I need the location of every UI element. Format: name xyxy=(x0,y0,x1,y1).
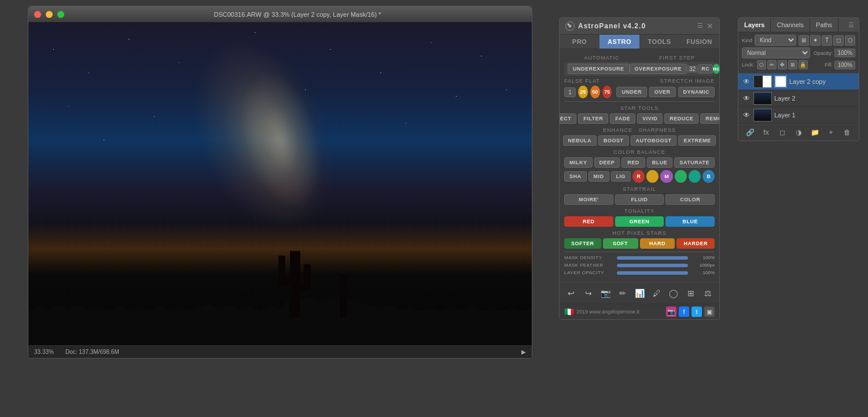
dot-m-btn[interactable]: M xyxy=(660,170,672,183)
dot-r-btn[interactable]: R xyxy=(632,170,645,183)
dot-b-btn[interactable]: B xyxy=(703,170,715,183)
undo-icon[interactable]: ↩ xyxy=(564,286,578,300)
filter-shape-icon[interactable]: ◻ xyxy=(833,35,844,46)
color-trail-btn[interactable]: COLOR xyxy=(665,194,715,205)
mask-density-track[interactable] xyxy=(617,256,688,260)
instagram-icon[interactable]: 📷 xyxy=(666,307,676,317)
camera-icon[interactable]: 📷 xyxy=(598,286,612,300)
red-btn[interactable]: RED xyxy=(621,157,645,168)
adjustment-icon[interactable]: ◑ xyxy=(793,127,804,138)
visibility-icon-1[interactable]: 👁 xyxy=(742,94,751,103)
visibility-icon-2[interactable]: 👁 xyxy=(742,110,751,120)
histogram-icon[interactable]: 📊 xyxy=(632,286,646,300)
filter-btn[interactable]: FILTER xyxy=(578,113,608,124)
lock-artboard-icon[interactable]: ⊞ xyxy=(788,60,797,69)
harder-btn[interactable]: HARDER xyxy=(676,238,715,249)
tab-paths[interactable]: Paths xyxy=(810,18,838,32)
under-btn[interactable]: UNDER xyxy=(616,87,647,97)
underexposure-btn[interactable]: UNDEREXPOSURE xyxy=(568,64,630,74)
mask-feather-track[interactable] xyxy=(617,264,688,267)
tonality-green-btn[interactable]: GREEN xyxy=(615,216,664,227)
fade-btn[interactable]: FADE xyxy=(610,113,635,124)
facebook-icon[interactable]: f xyxy=(679,307,689,317)
extreme-btn[interactable]: EXTREME xyxy=(678,135,716,146)
lock-paint-icon[interactable]: ✏ xyxy=(767,60,777,69)
soft-btn[interactable]: SOFT xyxy=(603,238,638,249)
close-button[interactable] xyxy=(34,11,41,18)
overexposure-btn[interactable]: OVEREXPOSURE xyxy=(630,64,687,74)
new-layer-icon[interactable]: + xyxy=(825,127,837,138)
kind-select[interactable]: Kind xyxy=(755,35,796,46)
layer-item-2[interactable]: 👁 Layer 1 xyxy=(738,107,859,124)
eraser-icon[interactable]: ◯ xyxy=(667,286,681,300)
nebula-btn[interactable]: NEBULA xyxy=(563,135,597,146)
dynamic-btn[interactable]: DYNAMIC xyxy=(678,87,715,97)
tab-fusion[interactable]: FUSION xyxy=(679,35,719,49)
lock-move-icon[interactable]: ✥ xyxy=(778,60,787,69)
vivid-btn[interactable]: VIVID xyxy=(637,113,663,124)
rc-btn[interactable]: RC xyxy=(698,64,713,73)
filter-type-icon[interactable]: T xyxy=(822,35,832,46)
link-icon[interactable]: 🔗 xyxy=(744,127,756,138)
opacity-value[interactable]: 100% xyxy=(834,49,855,57)
layer-item-0[interactable]: 👁 Layer 2 copy xyxy=(738,73,859,90)
ff-circle-orange[interactable]: 50 xyxy=(590,86,600,98)
scale-icon[interactable]: ⚖ xyxy=(701,286,715,300)
sha-btn[interactable]: SHA xyxy=(564,171,587,182)
mode-select[interactable]: Normal xyxy=(742,47,810,58)
twitter-icon[interactable]: t xyxy=(692,307,702,317)
redo-icon[interactable]: ↪ xyxy=(582,286,595,300)
lp-menu[interactable]: ☰ xyxy=(844,19,859,31)
flag-icon: 🇮🇹 xyxy=(564,307,574,316)
over-btn[interactable]: OVER xyxy=(649,87,676,97)
dot-c-btn[interactable] xyxy=(689,170,701,183)
lig-btn[interactable]: LIG xyxy=(611,171,631,182)
saturate-btn[interactable]: SATURATE xyxy=(674,157,715,168)
layer-item-1[interactable]: 👁 Layer 2 xyxy=(738,90,859,107)
boost-btn[interactable]: BOOST xyxy=(598,135,629,146)
minimize-button[interactable] xyxy=(46,11,53,18)
lock-transparent-icon[interactable]: ⬡ xyxy=(757,60,766,69)
hard-btn[interactable]: HARD xyxy=(640,238,675,249)
select-btn[interactable]: SELECT xyxy=(559,113,576,124)
ap-close[interactable]: ✕ xyxy=(707,22,713,30)
ff-circle-red[interactable]: 75 xyxy=(602,86,612,98)
softer-btn[interactable]: SOFTER xyxy=(564,238,601,249)
moire-btn[interactable]: MOIRE' xyxy=(564,194,613,205)
layer-opacity-track[interactable] xyxy=(617,271,688,275)
filter-smart-icon[interactable]: ⬡ xyxy=(845,35,855,46)
autoboost-btn[interactable]: AUTOBOOST xyxy=(631,135,677,146)
tab-pro[interactable]: PRO xyxy=(560,35,599,49)
fluid-btn[interactable]: FLUID xyxy=(615,194,664,205)
deep-btn[interactable]: DEEP xyxy=(594,157,620,168)
mid-btn[interactable]: MID xyxy=(589,171,609,182)
tab-astro[interactable]: ASTRO xyxy=(599,35,639,49)
visibility-icon-0[interactable]: 👁 xyxy=(742,77,751,86)
brush-icon[interactable]: ✏ xyxy=(616,286,630,300)
lock-all-icon[interactable]: 🔒 xyxy=(799,60,808,69)
dot-g-btn[interactable] xyxy=(675,170,687,183)
ap-settings-icon[interactable]: ☰ xyxy=(697,22,703,30)
tonality-blue-btn[interactable]: BLUE xyxy=(665,216,715,227)
delete-layer-icon[interactable]: 🗑 xyxy=(841,127,853,138)
fx-icon[interactable]: fx xyxy=(760,127,772,138)
remove-btn[interactable]: REMOVE xyxy=(700,113,720,124)
dot-y-btn[interactable] xyxy=(646,170,659,183)
milky-btn[interactable]: MILKY xyxy=(564,157,593,168)
maximize-button[interactable] xyxy=(57,11,64,18)
tab-layers[interactable]: Layers xyxy=(738,18,771,32)
reduce-btn[interactable]: REDUCE xyxy=(664,113,698,124)
tab-channels[interactable]: Channels xyxy=(771,18,810,32)
fill-value[interactable]: 100% xyxy=(834,61,855,69)
group-icon[interactable]: 📁 xyxy=(809,127,821,138)
mask-icon[interactable]: ◻ xyxy=(777,127,788,138)
other-icon[interactable]: ▣ xyxy=(704,307,715,317)
filter-adjust-icon[interactable]: ✦ xyxy=(810,35,821,46)
filter-pixel-icon[interactable]: ⊞ xyxy=(799,35,809,46)
pencil-icon[interactable]: 🖊 xyxy=(650,286,664,300)
ff-circle-yellow[interactable]: 25 xyxy=(578,86,588,98)
tab-tools[interactable]: TOOLS xyxy=(639,35,679,49)
grid-icon[interactable]: ⊞ xyxy=(684,286,698,300)
blue-btn[interactable]: BLUE xyxy=(647,157,673,168)
tonality-red-btn[interactable]: RED xyxy=(564,216,613,227)
